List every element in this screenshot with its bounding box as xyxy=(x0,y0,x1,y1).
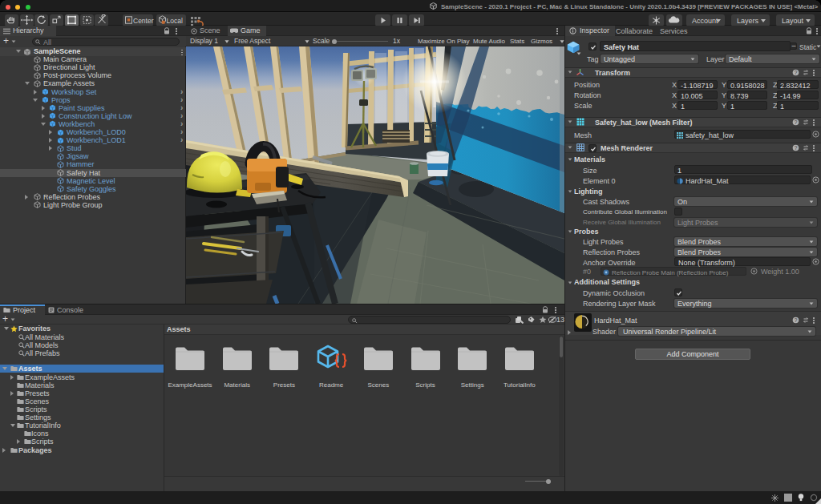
svg-text:?: ? xyxy=(795,317,798,323)
svg-text:?: ? xyxy=(795,70,798,75)
svg-text:?: ? xyxy=(795,145,798,151)
svg-text:?: ? xyxy=(795,119,798,125)
